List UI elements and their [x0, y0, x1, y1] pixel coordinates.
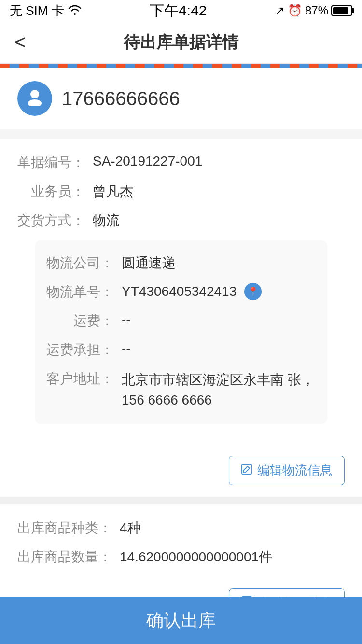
carrier-label: 无 SIM 卡 [10, 2, 64, 19]
edit-icon [241, 463, 252, 478]
battery-percentage: 87% [305, 4, 328, 17]
status-right: ↗ ⏰ 87% [275, 4, 352, 17]
product-category-row: 出库商品种类： 4种 [17, 519, 345, 537]
freight-bearer-row: 运费承担： -- [46, 341, 316, 359]
logistics-tracking-value: YT43064053424​13 [122, 283, 316, 300]
logistics-company-label: 物流公司： [46, 254, 114, 272]
address-label: 客户地址： [46, 370, 114, 388]
dashed-divider [0, 64, 362, 68]
svg-point-1 [28, 99, 42, 106]
product-section: 出库商品种类： 4种 出库商品数量： 14.6200000000000001件 [0, 504, 362, 581]
svg-point-0 [30, 90, 39, 98]
wifi-icon [68, 3, 82, 18]
order-number-label: 单据编号： [17, 154, 85, 172]
product-category-value: 4种 [120, 519, 141, 537]
status-bar: 无 SIM 卡 下午4:42 ↗ ⏰ 87% [0, 0, 362, 21]
product-category-label: 出库商品种类： [17, 519, 112, 537]
logistics-company-row: 物流公司： 圆通速递 [46, 254, 316, 272]
edit-logistics-label: 编辑物流信息 [257, 462, 333, 479]
freight-row: 运费： -- [46, 312, 316, 330]
freight-bearer-label: 运费承担： [46, 341, 114, 359]
content: 17666666666 单据编号： SA-20191227-001 业务员： 曾… [0, 68, 362, 644]
edit-btn-row: 编辑物流信息 [0, 448, 362, 497]
address-value: 北京市市辖区海淀区永丰南 张，156 6666 6666 [122, 370, 316, 410]
back-button[interactable]: < [14, 31, 26, 53]
logistics-tracking-label: 物流单号： [46, 283, 114, 301]
tracking-location-icon[interactable] [244, 283, 262, 300]
delivery-method-label: 交货方式： [17, 211, 85, 230]
customer-section: 17666666666 [0, 68, 362, 129]
page-title: 待出库单据详情 [124, 31, 238, 54]
edit-logistics-button[interactable]: 编辑物流信息 [229, 456, 345, 485]
product-quantity-row: 出库商品数量： 14.6200000000000001件 [17, 548, 345, 566]
battery-icon [331, 5, 352, 16]
sales-person-value: 曾凡杰 [93, 182, 345, 201]
status-left: 无 SIM 卡 [10, 2, 82, 19]
status-time: 下午4:42 [150, 1, 207, 21]
address-row: 客户地址： 北京市市辖区海淀区永丰南 张，156 6666 6666 [46, 370, 316, 410]
freight-label: 运费： [46, 312, 114, 330]
section-gap-1 [0, 129, 362, 139]
sales-person-row: 业务员： 曾凡杰 [17, 182, 345, 201]
freight-bearer-value: -- [122, 341, 316, 356]
order-info-section: 单据编号： SA-20191227-001 业务员： 曾凡杰 交货方式： 物流 … [0, 139, 362, 448]
product-quantity-value: 14.6200000000000001件 [120, 548, 272, 566]
order-number-value: SA-20191227-001 [93, 154, 345, 169]
product-quantity-label: 出库商品数量： [17, 548, 112, 566]
delivery-method-value: 物流 [93, 211, 345, 230]
order-number-row: 单据编号： SA-20191227-001 [17, 154, 345, 172]
delivery-method-row: 交货方式： 物流 [17, 211, 345, 230]
location-status-icon: ↗ [275, 4, 285, 17]
confirm-btn-text: 确认出库 [146, 609, 216, 632]
sales-person-label: 业务员： [17, 182, 85, 201]
logistics-company-value: 圆通速递 [122, 254, 316, 272]
avatar-icon [25, 87, 44, 111]
avatar [17, 81, 52, 116]
alarm-icon: ⏰ [288, 4, 302, 17]
logistics-card: 物流公司： 圆通速递 物流单号： YT43064053424​13 运费： --… [35, 240, 327, 424]
confirm-btn-container[interactable]: 确认出库 [0, 597, 362, 644]
section-divider [0, 497, 362, 504]
freight-value: -- [122, 312, 316, 327]
nav-bar: < 待出库单据详情 [0, 21, 362, 64]
logistics-tracking-row: 物流单号： YT43064053424​13 [46, 283, 316, 301]
customer-phone: 17666666666 [62, 88, 180, 110]
